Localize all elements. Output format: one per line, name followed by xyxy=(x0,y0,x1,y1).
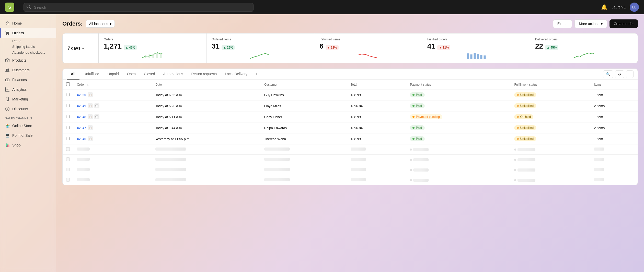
sidebar-item-abandoned[interactable]: Abandoned checkouts xyxy=(0,50,56,55)
notifications-button[interactable]: 🔔 xyxy=(600,3,608,11)
tab-closed[interactable]: Closed xyxy=(140,69,159,80)
row-checkbox-cell[interactable] xyxy=(63,100,73,111)
analytics-icon xyxy=(5,87,10,92)
skeleton-row-checkbox[interactable] xyxy=(66,157,70,161)
stat-orders-badge-value: 45% xyxy=(129,46,135,49)
skeleton-row-checkbox[interactable] xyxy=(66,178,70,182)
skeleton-fulfillment-dot xyxy=(514,169,516,171)
location-filter-button[interactable]: All locations ▾ xyxy=(86,20,115,28)
tab-open[interactable]: Open xyxy=(123,69,140,80)
shopify-logo[interactable]: S xyxy=(5,3,14,12)
sidebar-item-drafts[interactable]: Drafts xyxy=(0,38,56,44)
create-order-button[interactable]: Create order xyxy=(610,19,638,28)
header-total[interactable]: Total xyxy=(347,80,406,89)
sidebar-item-online-store[interactable]: 🏪 Online Store xyxy=(0,121,56,131)
skeleton-row-checkbox[interactable] xyxy=(66,147,70,151)
table-row[interactable]: #2048 📋 💬 Today at 5:11 a.m Cody Fisher … xyxy=(63,111,638,122)
select-all-checkbox[interactable] xyxy=(66,82,70,86)
skeleton-payment-dot xyxy=(410,159,412,161)
skeleton-payment-text xyxy=(413,158,429,161)
payment-status-badge: Paid xyxy=(410,92,424,97)
row-checkbox-cell[interactable] xyxy=(63,111,73,122)
row-checkbox[interactable] xyxy=(66,126,70,129)
header-payment-status[interactable]: Payment status xyxy=(406,80,511,89)
search-input[interactable] xyxy=(24,3,254,12)
search-filter-button[interactable]: 🔍 xyxy=(603,70,613,78)
stat-returned-items-badge: ▼ 11% xyxy=(326,45,339,50)
sidebar-item-point-of-sale[interactable]: 🖥️ Point of Sale xyxy=(0,131,56,140)
more-actions-button[interactable]: More actions ▾ xyxy=(574,19,607,28)
sidebar-item-products[interactable]: Products xyxy=(0,55,56,65)
period-label: 7 days xyxy=(68,46,80,51)
sidebar-item-marketing[interactable]: Marketing xyxy=(0,94,56,104)
stat-delivered-value-row: 22 ▲ 45% xyxy=(535,42,632,50)
row-checkbox-cell[interactable] xyxy=(63,133,73,144)
tab-automations[interactable]: Automations xyxy=(159,69,187,80)
row-total: $396.84 xyxy=(347,122,406,133)
sidebar-item-customers-label: Customers xyxy=(12,68,30,72)
sidebar-item-shop[interactable]: 🛍️ Shop xyxy=(0,140,56,150)
header-date[interactable]: Date xyxy=(152,80,261,89)
fulfillment-status-badge: Unfulfilled xyxy=(514,125,536,130)
svg-rect-6 xyxy=(160,53,162,58)
table-row[interactable]: #2047 📋 Today at 1:44 a.m Ralph Edwards … xyxy=(63,122,638,133)
period-selector[interactable]: 7 days ▾ xyxy=(63,33,98,63)
tab-unfulfilled[interactable]: Unfulfilled xyxy=(79,69,103,80)
avatar[interactable]: LL xyxy=(630,3,639,12)
tab-return-requests[interactable]: Return requests xyxy=(187,69,221,80)
ordered-items-mini-chart xyxy=(212,51,309,59)
arrow-up-icon-3: ▲ xyxy=(547,46,550,49)
table-row[interactable]: #2046 📋 Yesterday at 11:55 p.m Theresa W… xyxy=(63,133,638,144)
tabs-actions: 🔍 ⚙ ↕ xyxy=(603,70,634,78)
chevron-down-icon-2: ▾ xyxy=(601,22,603,26)
fulfilled-mini-chart xyxy=(427,51,525,59)
skeleton-row-checkbox[interactable] xyxy=(66,168,70,171)
table-row[interactable]: #2049 📋 💬 Today at 5:20 a.m Floyd Miles … xyxy=(63,100,638,111)
sort-icon: ↕ xyxy=(629,72,631,76)
table-row[interactable]: #2050 📋 Today at 6:55 a.m Guy Hawkins $9… xyxy=(63,89,638,100)
row-checkbox-cell[interactable] xyxy=(63,89,73,100)
tab-all[interactable]: All xyxy=(67,69,79,80)
row-checkbox[interactable] xyxy=(66,115,70,118)
tab-local-delivery[interactable]: Local Delivery xyxy=(221,69,251,80)
export-button[interactable]: Export xyxy=(553,19,572,28)
row-fulfillment-status: On hold xyxy=(511,111,590,122)
payment-status-dot xyxy=(412,105,415,107)
sidebar-item-analytics[interactable]: Analytics xyxy=(0,85,56,94)
tab-more[interactable]: + xyxy=(251,69,262,80)
row-total: $98.99 xyxy=(347,89,406,100)
row-checkbox[interactable] xyxy=(66,93,70,96)
sidebar-item-finances[interactable]: Finances xyxy=(0,75,56,85)
header-customer[interactable]: Customer xyxy=(261,80,347,89)
tab-unpaid[interactable]: Unpaid xyxy=(103,69,123,80)
payment-status-badge: Paid xyxy=(410,103,424,108)
row-checkbox[interactable] xyxy=(66,137,70,140)
row-date: Today at 5:11 a.m xyxy=(152,111,261,122)
skeleton-fulfillment xyxy=(511,155,590,165)
stat-card-delivered-orders: Delivered orders 22 ▲ 45% xyxy=(530,33,638,63)
header-fulfillment-status[interactable]: Fulfillment status xyxy=(511,80,590,89)
stat-card-orders: Orders 1,271 ▲ 45% xyxy=(99,33,206,63)
sidebar-item-home[interactable]: Home xyxy=(0,18,56,28)
page-title: Orders: xyxy=(62,20,83,27)
chevron-down-icon: ▾ xyxy=(110,22,111,26)
header-items[interactable]: Items xyxy=(590,80,638,89)
sidebar-item-customers[interactable]: Customers xyxy=(0,65,56,75)
sidebar-item-orders[interactable]: Orders xyxy=(0,28,56,38)
row-order: #2048 📋 💬 xyxy=(73,111,152,122)
stat-returned-items-value: 6 xyxy=(319,42,324,50)
header-order[interactable]: Order ⇅ xyxy=(73,80,152,89)
row-items: 2 items xyxy=(590,100,638,111)
orders-icon xyxy=(5,31,10,35)
filter-button[interactable]: ⚙ xyxy=(615,70,624,78)
stat-delivered-value: 22 xyxy=(535,42,543,50)
skeleton-fulfillment-text xyxy=(518,158,535,161)
row-checkbox-cell[interactable] xyxy=(63,122,73,133)
stat-returned-items-label: Returned items xyxy=(319,38,417,41)
sidebar-item-discounts[interactable]: Discounts xyxy=(0,104,56,114)
sidebar-item-shipping[interactable]: Shipping labels xyxy=(0,44,56,50)
sort-button[interactable]: ↕ xyxy=(626,70,634,78)
row-customer: Cody Fisher xyxy=(261,111,347,122)
row-checkbox[interactable] xyxy=(66,104,70,107)
fulfillment-status-dot xyxy=(517,116,519,118)
